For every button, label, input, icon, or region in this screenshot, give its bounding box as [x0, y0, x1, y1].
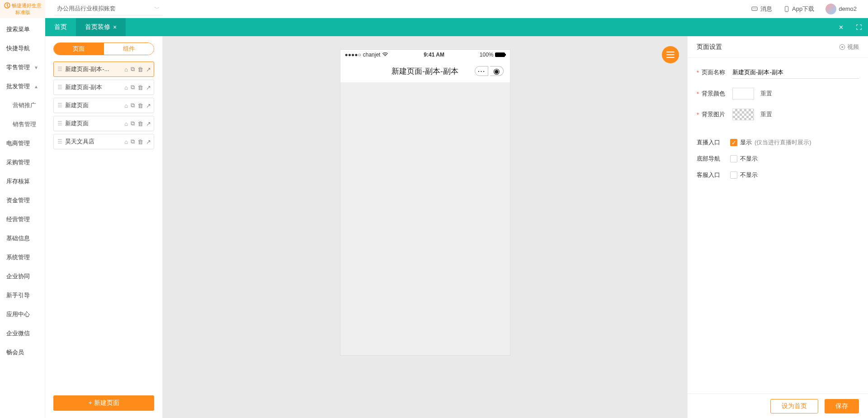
nav-operation[interactable]: 经营管理 — [0, 210, 45, 229]
page-name: 新建页面-副本 — [65, 83, 122, 91]
home-icon[interactable]: ⌂ — [124, 102, 128, 109]
bg-color-swatch[interactable] — [732, 88, 754, 100]
copy-icon[interactable]: ⧉ — [131, 66, 135, 73]
nav-member[interactable]: 畅会员 — [0, 343, 45, 362]
svg-point-4 — [755, 8, 756, 9]
miniapp-close-icon[interactable]: ◉ — [490, 66, 504, 76]
tab-strip: 首页 首页装修× ✕ — [45, 18, 868, 36]
ledger-selected: 办公用品行业模拟账套 — [57, 5, 116, 13]
nav-basic-info[interactable]: 基础信息 — [0, 229, 45, 248]
phone-body[interactable] — [340, 82, 510, 355]
set-home-button[interactable]: 设为首页 — [770, 399, 818, 413]
left-nav: 搜索菜单 快捷导航 零售管理▼ 批发管理▲ 营销推广 销售管理 电商管理 采购管… — [0, 18, 45, 418]
ledger-selector[interactable]: 办公用品行业模拟账套 ﹀ — [54, 3, 163, 15]
nav-retail[interactable]: 零售管理▼ — [0, 58, 45, 77]
page-row[interactable]: ☰ 新建页面 ⌂ ⧉ 🗑 ↗ — [53, 98, 154, 113]
tabstrip-close[interactable]: ✕ — [832, 18, 850, 36]
play-icon — [839, 44, 845, 50]
settings-title: 页面设置 — [697, 43, 722, 51]
messages-link[interactable]: 消息 — [751, 5, 772, 13]
field-bg-color: *背景颜色 重置 — [697, 88, 859, 100]
copy-icon[interactable]: ⧉ — [131, 120, 135, 127]
components-drawer-toggle[interactable] — [662, 46, 679, 63]
app-download-link[interactable]: App下载 — [783, 5, 814, 13]
field-cs-entry: 客服入口 不显示 — [697, 171, 859, 179]
drag-icon[interactable]: ☰ — [57, 84, 62, 90]
home-icon[interactable]: ⌂ — [124, 84, 128, 91]
page-name-input[interactable] — [732, 66, 859, 79]
bg-image-swatch[interactable] — [732, 109, 754, 120]
copy-icon[interactable]: ⧉ — [131, 102, 135, 109]
nav-purchase[interactable]: 采购管理 — [0, 153, 45, 172]
signal-icon: ●●●●○ — [345, 52, 361, 58]
nav-quick-nav[interactable]: 快捷导航 — [0, 39, 45, 58]
nav-wecom[interactable]: 企业微信 — [0, 324, 45, 343]
share-icon[interactable]: ↗ — [146, 66, 151, 73]
drag-icon[interactable]: ☰ — [57, 66, 62, 72]
delete-icon[interactable]: 🗑 — [137, 102, 143, 109]
delete-icon[interactable]: 🗑 — [137, 66, 143, 73]
nav-app-center[interactable]: 应用中心 — [0, 305, 45, 324]
nav-wholesale[interactable]: 批发管理▲ — [0, 77, 45, 96]
brand-edition: 标准版 — [15, 9, 30, 16]
share-icon[interactable]: ↗ — [146, 84, 151, 91]
tab-decorate[interactable]: 首页装修× — [76, 18, 126, 36]
drag-icon[interactable]: ☰ — [57, 102, 62, 109]
page-list-panel: 页面 组件 ☰ 新建页面-副本-... ⌂ ⧉ 🗑 ↗ — [45, 36, 163, 418]
delete-icon[interactable]: 🗑 — [137, 84, 143, 91]
nav-search-menu[interactable]: 搜索菜单 — [0, 20, 45, 39]
miniapp-menu-icon[interactable]: ⋯ — [475, 66, 488, 76]
share-icon[interactable]: ↗ — [146, 138, 151, 145]
nav-sales[interactable]: 销售管理 — [0, 115, 45, 134]
tabstrip-fullscreen[interactable] — [850, 18, 868, 36]
battery-pct: 100% — [480, 52, 494, 58]
home-icon[interactable]: ⌂ — [124, 138, 128, 145]
copy-icon[interactable]: ⧉ — [131, 138, 135, 145]
page-row[interactable]: ☰ 昊天文具店 ⌂ ⧉ 🗑 ↗ — [53, 134, 154, 149]
phone-time: 9:41 AM — [424, 52, 444, 58]
carrier-label: chanjet — [363, 52, 381, 58]
home-icon[interactable]: ⌂ — [124, 66, 128, 73]
nav-inventory[interactable]: 库存核算 — [0, 172, 45, 191]
copy-icon[interactable]: ⧉ — [131, 84, 135, 91]
video-help-link[interactable]: 视频 — [839, 43, 859, 51]
field-page-name: *页面名称 — [697, 66, 859, 79]
nav-ecommerce[interactable]: 电商管理 — [0, 134, 45, 153]
page-row[interactable]: ☰ 新建页面-副本 ⌂ ⧉ 🗑 ↗ — [53, 80, 154, 95]
nav-funds[interactable]: 资金管理 — [0, 191, 45, 210]
tab-home[interactable]: 首页 — [45, 18, 76, 36]
nav-marketing[interactable]: 营销推广 — [0, 96, 45, 115]
delete-icon[interactable]: 🗑 — [137, 120, 143, 127]
ptab-component[interactable]: 组件 — [104, 43, 154, 55]
ptab-page[interactable]: 页面 — [54, 43, 104, 55]
nav-system[interactable]: 系统管理 — [0, 248, 45, 267]
phone-icon — [783, 5, 790, 13]
phone-preview: ●●●●○ chanjet 9:41 AM 100% — [340, 50, 510, 355]
live-entry-checkbox[interactable]: ✓ — [730, 139, 737, 146]
bg-color-reset[interactable]: 重置 — [760, 90, 772, 98]
page-row[interactable]: ☰ 新建页面 ⌂ ⧉ 🗑 ↗ — [53, 116, 154, 131]
bottom-nav-checkbox[interactable] — [730, 155, 737, 162]
share-icon[interactable]: ↗ — [146, 120, 151, 127]
drag-icon[interactable]: ☰ — [57, 138, 62, 145]
svg-point-3 — [754, 8, 755, 9]
close-icon[interactable]: × — [113, 24, 117, 31]
cs-entry-checkbox[interactable] — [730, 171, 737, 179]
field-bg-image: *背景图片 重置 — [697, 109, 859, 120]
drag-icon[interactable]: ☰ — [57, 120, 62, 127]
new-page-button[interactable]: + 新建页面 — [53, 395, 154, 411]
bg-image-reset[interactable]: 重置 — [760, 110, 772, 119]
share-icon[interactable]: ↗ — [146, 102, 151, 109]
page-name: 新建页面-副本-... — [65, 65, 122, 73]
home-icon[interactable]: ⌂ — [124, 120, 128, 127]
nav-onboard[interactable]: 新手引导 — [0, 286, 45, 305]
save-button[interactable]: 保存 — [825, 399, 859, 413]
nav-collab[interactable]: 企业协同 — [0, 267, 45, 286]
settings-panel: 页面设置 视频 *页面名称 *背景颜色 — [687, 36, 868, 418]
canvas-area: ●●●●○ chanjet 9:41 AM 100% — [163, 36, 687, 418]
chevron-down-icon: ﹀ — [154, 5, 160, 13]
page-name: 新建页面 — [65, 119, 122, 128]
user-menu[interactable]: demo2 — [826, 4, 857, 14]
page-row[interactable]: ☰ 新建页面-副本-... ⌂ ⧉ 🗑 ↗ — [53, 62, 154, 77]
delete-icon[interactable]: 🗑 — [137, 138, 143, 145]
